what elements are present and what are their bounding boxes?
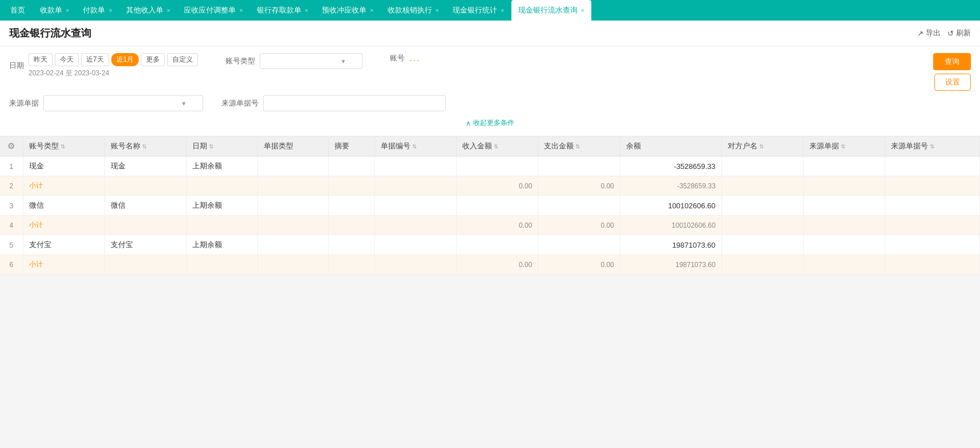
col-header-doc_type: 单据类型 (257, 136, 329, 156)
date-option-自定义[interactable]: 自定义 (167, 53, 198, 66)
tab-close-icon[interactable]: × (305, 0, 308, 21)
tab-close-icon[interactable]: × (108, 0, 112, 21)
cell-source_doc (803, 216, 885, 235)
collapse-bar[interactable]: ∧ 收起更多条件 (9, 116, 971, 131)
more-dots[interactable]: ... (409, 53, 420, 63)
date-option-昨天[interactable]: 昨天 (29, 53, 53, 66)
settings-button[interactable]: 设置 (934, 74, 971, 91)
tab-close-icon[interactable]: × (370, 0, 373, 21)
col-label: 日期 (192, 142, 207, 150)
cell-source_doc_no (885, 216, 980, 235)
source-doc-no-input[interactable] (263, 95, 446, 111)
table-body: 1现金现金上期余额-3528659.332小计0.000.00-3528659.… (0, 156, 980, 275)
export-label: 导出 (926, 28, 941, 38)
cell-account_type: 现金 (23, 156, 104, 176)
source-doc-no-label: 来源单据号 (221, 98, 259, 108)
cell-income (457, 156, 538, 176)
nav-tab-预收冲应收单[interactable]: 预收冲应收单× (315, 0, 380, 21)
cell-counterparty (721, 196, 803, 216)
nav-tab-现金银行统计[interactable]: 现金银行统计× (446, 0, 511, 21)
account-type-select[interactable]: ▼ (260, 53, 362, 69)
sort-icon: ⇅ (930, 143, 934, 150)
cell-balance: -3528659.33 (620, 156, 721, 176)
tab-close-icon[interactable]: × (66, 0, 69, 21)
cell-summary (329, 216, 374, 235)
col-header-counterparty[interactable]: 对方户名⇅ (721, 136, 803, 156)
date-options-col: 昨天今天近7天近1月更多自定义 2023-02-24 至 2023-03-24 (29, 53, 198, 78)
col-label: 摘要 (334, 142, 349, 150)
cell-source_doc_no (885, 235, 980, 255)
col-header-account_name[interactable]: 账号名称⇅ (104, 136, 186, 156)
cell-account_type: 小计 (23, 176, 104, 196)
cell-balance: 19871073.60 (620, 255, 721, 275)
nav-tab-应收应付调整单[interactable]: 应收应付调整单× (177, 0, 249, 21)
cell-expense: 0.00 (538, 176, 620, 196)
date-options: 昨天今天近7天近1月更多自定义 (29, 53, 198, 66)
cell-summary (329, 176, 374, 196)
date-option-近1月[interactable]: 近1月 (111, 53, 139, 66)
source-doc-select[interactable]: ▼ (43, 95, 203, 111)
query-button[interactable]: 查询 (933, 53, 971, 70)
account-type-filter-group: 账号类型 ▼ (225, 53, 362, 69)
data-table: ⚙账号类型⇅账号名称⇅日期⇅单据类型摘要单据编号⇅收入金额⇅支出金额⇅余额对方户… (0, 136, 980, 275)
cell-index: 5 (0, 235, 23, 255)
gear-icon[interactable]: ⚙ (7, 141, 15, 151)
nav-tab-银行存取款单[interactable]: 银行存取款单× (250, 0, 315, 21)
date-option-近7天[interactable]: 近7天 (81, 53, 109, 66)
table-row: 4小计0.000.00100102606.60 (0, 216, 980, 235)
tab-close-icon[interactable]: × (435, 0, 439, 21)
page-header: 现金银行流水查询 ↗ 导出 ↺ 刷新 (0, 21, 980, 46)
column-settings[interactable]: ⚙ (0, 136, 23, 156)
chevron-down-icon: ▼ (340, 58, 346, 64)
header-actions: ↗ 导出 ↺ 刷新 (917, 28, 971, 38)
cell-date: 上期余额 (187, 156, 258, 176)
cell-index: 3 (0, 196, 23, 216)
cell-doc_no (374, 176, 456, 196)
cell-balance: 100102606.60 (620, 216, 721, 235)
table-row: 6小计0.000.0019871073.60 (0, 255, 980, 275)
export-icon: ↗ (917, 29, 923, 38)
cell-counterparty (721, 255, 803, 275)
col-label: 支出金额 (544, 142, 574, 150)
export-button[interactable]: ↗ 导出 (917, 28, 941, 38)
refresh-icon: ↺ (947, 29, 954, 38)
cell-account_type: 支付宝 (23, 235, 104, 255)
tab-label: 应收应付调整单 (184, 0, 236, 21)
cell-income (457, 196, 538, 216)
nav-tab-其他收入单[interactable]: 其他收入单× (119, 0, 177, 21)
col-label: 账号名称 (111, 142, 140, 150)
date-label: 日期 (9, 60, 24, 71)
col-header-account_type[interactable]: 账号类型⇅ (23, 136, 104, 156)
date-option-今天[interactable]: 今天 (55, 53, 79, 66)
tab-close-icon[interactable]: × (239, 0, 243, 21)
sort-icon: ⇅ (575, 143, 580, 150)
tab-close-icon[interactable]: × (167, 0, 170, 21)
nav-home[interactable]: 首页 (2, 0, 33, 21)
refresh-button[interactable]: ↺ 刷新 (947, 28, 971, 38)
cell-expense: 0.00 (538, 216, 620, 235)
cell-income: 0.00 (457, 255, 538, 275)
col-header-expense[interactable]: 支出金额⇅ (538, 136, 620, 156)
cell-source_doc (803, 196, 885, 216)
cell-counterparty (721, 235, 803, 255)
col-label: 来源单据 (809, 142, 839, 150)
col-header-income[interactable]: 收入金额⇅ (457, 136, 538, 156)
col-header-date[interactable]: 日期⇅ (187, 136, 258, 156)
col-label: 来源单据号 (891, 142, 928, 150)
date-option-更多[interactable]: 更多 (141, 53, 165, 66)
col-header-source_doc_no[interactable]: 来源单据号⇅ (885, 136, 980, 156)
col-header-doc_no[interactable]: 单据编号⇅ (374, 136, 456, 156)
nav-tab-现金银行流水查询[interactable]: 现金银行流水查询× (511, 0, 591, 21)
table-row: 1现金现金上期余额-3528659.33 (0, 156, 980, 176)
cell-doc_no (374, 156, 456, 176)
account-label: 账号 (390, 53, 405, 63)
nav-tab-收款单[interactable]: 收款单× (33, 0, 76, 21)
nav-tab-付款单[interactable]: 付款单× (76, 0, 119, 21)
filter-actions: 查询 设置 (933, 53, 971, 91)
cell-date (187, 176, 258, 196)
nav-tab-收款核销执行[interactable]: 收款核销执行× (381, 0, 446, 21)
tab-close-icon[interactable]: × (581, 0, 584, 21)
col-header-source_doc[interactable]: 来源单据⇅ (803, 136, 885, 156)
cell-index: 4 (0, 216, 23, 235)
tab-close-icon[interactable]: × (501, 0, 504, 21)
